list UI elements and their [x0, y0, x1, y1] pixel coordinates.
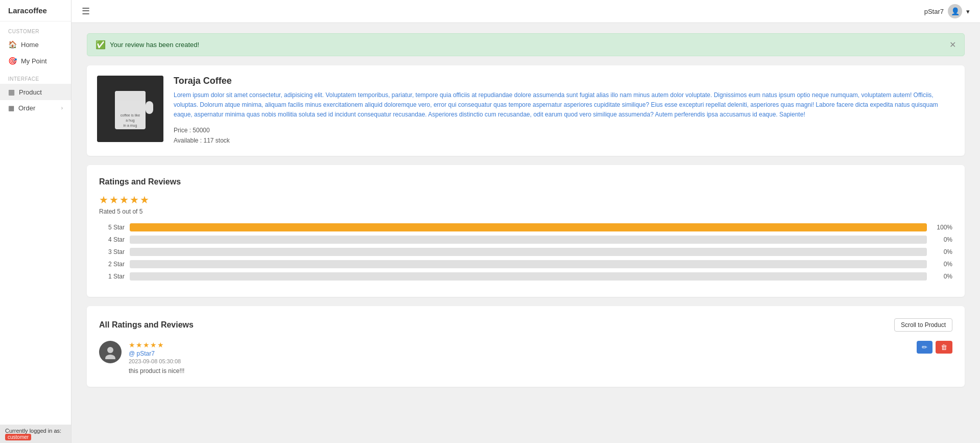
reviews-title: All Ratings and Reviews	[99, 320, 194, 330]
success-alert: ✅ Your review has been created! ✕	[87, 33, 965, 56]
chevron-right-icon: ›	[61, 105, 63, 111]
review-actions: ✏ 🗑	[917, 341, 952, 354]
footer-logged-in-text: Currently logged in as:	[5, 428, 66, 434]
hamburger-icon[interactable]: ☰	[82, 6, 90, 17]
content-area: ✅ Your review has been created! ✕ coffee…	[71, 23, 980, 443]
bar-pct-1: 0%	[932, 273, 952, 280]
bar-track-4	[130, 236, 927, 244]
reviews-card: All Ratings and Reviews Scroll to Produc…	[87, 306, 965, 387]
overall-stars: ★★★★★	[99, 194, 952, 206]
product-description: Lorem ipsum dolor sit amet consectetur, …	[174, 90, 954, 120]
app-logo: Laracoffee	[0, 0, 71, 21]
svg-rect-2	[115, 91, 146, 101]
edit-review-button[interactable]: ✏	[917, 341, 933, 354]
bar-pct-4: 0%	[932, 236, 952, 243]
sidebar-item-mypoint[interactable]: 🎯 My Point	[0, 53, 71, 69]
review-stars: ★★★★★	[129, 341, 910, 349]
product-title: Toraja Coffee	[174, 76, 954, 86]
order-icon: ▦	[8, 104, 14, 112]
sidebar-item-product-label: Product	[19, 88, 42, 96]
topbar-username: pStar7	[924, 8, 944, 15]
review-text: this product is nice!!!	[129, 367, 910, 375]
scroll-to-product-button[interactable]: Scroll to Product	[894, 318, 952, 332]
bar-track-2	[130, 260, 927, 268]
bar-track-1	[130, 272, 927, 281]
sidebar-item-mypoint-label: My Point	[21, 57, 47, 65]
bar-track-5	[130, 223, 927, 231]
rating-bar-4: 4 Star 0%	[99, 236, 952, 244]
product-price: Price : 50000	[174, 125, 954, 135]
close-alert-button[interactable]: ✕	[949, 40, 956, 50]
reviews-header: All Ratings and Reviews Scroll to Produc…	[99, 318, 952, 332]
rating-bar-5: 5 Star 100%	[99, 223, 952, 231]
home-icon: 🏠	[8, 40, 17, 49]
sidebar-item-home[interactable]: 🏠 Home	[0, 36, 71, 53]
ratings-card: Ratings and Reviews ★★★★★ Rated 5 out of…	[87, 165, 965, 297]
bar-fill-5	[130, 223, 927, 231]
product-info: Toraja Coffee Lorem ipsum dolor sit amet…	[174, 76, 954, 146]
interface-section-label: INTERFACE	[0, 69, 71, 84]
product-card: coffee is like a hug in a mug Toraja Cof…	[87, 65, 965, 156]
bar-pct-5: 100%	[932, 224, 952, 231]
bar-label-4: 4 Star	[99, 236, 125, 243]
review-body: ★★★★★ @ pStar7 2023-09-08 05:30:08 this …	[129, 341, 910, 375]
bar-label-2: 2 Star	[99, 261, 125, 268]
sidebar-footer: Currently logged in as: customer	[0, 425, 71, 443]
svg-text:coffee is like: coffee is like	[121, 113, 140, 117]
bar-pct-3: 0%	[932, 248, 952, 255]
main-area: ☰ pStar7 👤 ▾ ✅ Your review has been crea…	[71, 0, 980, 443]
review-item: ★★★★★ @ pStar7 2023-09-08 05:30:08 this …	[99, 341, 952, 375]
rating-bar-1: 1 Star 0%	[99, 272, 952, 281]
sidebar-item-order-label: Order	[18, 104, 35, 112]
dropdown-arrow-icon[interactable]: ▾	[966, 8, 970, 15]
product-available: Available : 117 stock	[174, 135, 954, 146]
svg-point-8	[105, 355, 115, 359]
customer-section-label: CUSTOMER	[0, 21, 71, 36]
review-avatar	[99, 341, 122, 363]
review-username[interactable]: @ pStar7	[129, 350, 910, 357]
svg-point-7	[107, 347, 113, 353]
product-image: coffee is like a hug in a mug	[97, 76, 163, 142]
bar-label-3: 3 Star	[99, 248, 125, 255]
bar-track-3	[130, 248, 927, 256]
alert-message: Your review has been created!	[110, 41, 199, 49]
avatar[interactable]: 👤	[948, 4, 962, 18]
sidebar-item-home-label: Home	[21, 41, 39, 49]
topbar: ☰ pStar7 👤 ▾	[71, 0, 980, 23]
product-icon: ▦	[8, 88, 15, 96]
ratings-title: Ratings and Reviews	[99, 177, 952, 186]
rated-text: Rated 5 out of 5	[99, 208, 952, 215]
sidebar-item-product[interactable]: ▦ Product	[0, 84, 71, 100]
bar-label-5: 5 Star	[99, 224, 125, 231]
rating-bar-3: 3 Star 0%	[99, 248, 952, 256]
bar-pct-2: 0%	[932, 261, 952, 268]
review-date: 2023-09-08 05:30:08	[129, 358, 910, 364]
rating-bar-2: 2 Star 0%	[99, 260, 952, 268]
bar-label-1: 1 Star	[99, 273, 125, 280]
svg-text:in a mug: in a mug	[124, 124, 137, 128]
sidebar: Laracoffee CUSTOMER 🏠 Home 🎯 My Point IN…	[0, 0, 71, 443]
svg-rect-3	[146, 101, 153, 114]
check-circle-icon: ✅	[95, 40, 106, 50]
delete-review-button[interactable]: 🗑	[936, 341, 952, 354]
mypoint-icon: 🎯	[8, 57, 17, 65]
sidebar-item-order[interactable]: ▦ Order ›	[0, 100, 71, 116]
svg-text:a hug: a hug	[126, 119, 135, 123]
user-role-badge: customer	[5, 434, 31, 440]
